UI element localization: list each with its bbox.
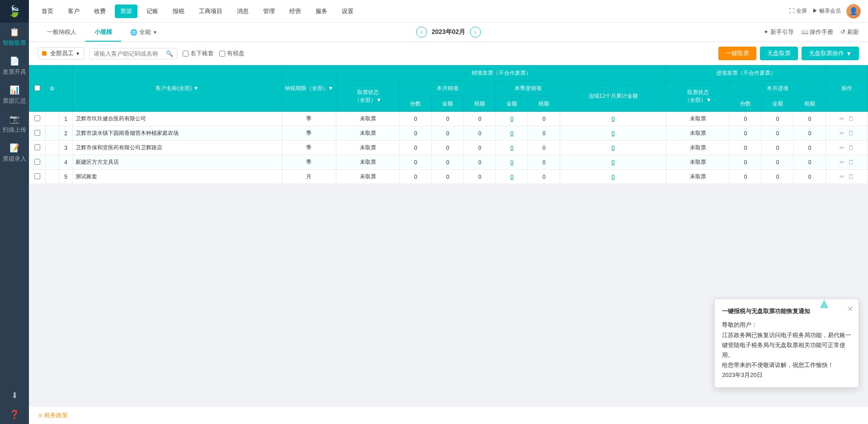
refresh-link[interactable]: ↺ 刷新 — [840, 28, 859, 36]
row-purchase-status: 未取票 — [666, 141, 730, 155]
edit-icon[interactable]: ✏ — [840, 130, 844, 137]
row-name: 卫辉市保和堂医药有限公司卫辉路店 — [73, 141, 282, 155]
sidebar-item-label: 扫描上传 — [3, 126, 26, 134]
row-purchase-month-count: 0 — [730, 170, 762, 184]
col-name-header[interactable]: 客户名称(全部) ▼ — [73, 66, 282, 112]
edit-icon[interactable]: ✏ — [840, 159, 844, 166]
nav-operations[interactable]: 经营 — [284, 5, 307, 18]
row-cumulative[interactable]: 0 — [560, 170, 666, 184]
tax-policy-bar[interactable]: ⊙ 税务政策 — [29, 406, 868, 424]
row-edit-actions: ✏ 🗒 — [826, 141, 868, 155]
member-btn[interactable]: ▶ 畅享会员 — [812, 7, 841, 15]
row-checkbox[interactable] — [29, 126, 46, 141]
nav-items: 首页 客户 收费 票据 记账 报税 工商项目 消息 管理 经营 服务 设置 — [36, 5, 789, 18]
nav-management[interactable]: 管理 — [258, 5, 280, 18]
sidebar-item-issue-invoice[interactable]: 📄 发票开具 — [0, 52, 29, 81]
nav-settings[interactable]: 设置 — [336, 5, 359, 18]
sidebar-item-download[interactable]: ⬇ — [0, 386, 29, 405]
row-cumulative[interactable]: 0 — [560, 126, 666, 141]
edit-icon[interactable]: ✏ — [840, 173, 844, 180]
search-icon[interactable]: 🔍 — [166, 50, 173, 57]
row-cumulative[interactable]: 0 — [560, 141, 666, 155]
sidebar-item-smart-fetch[interactable]: 📋 智能取票 — [0, 23, 29, 52]
row-sales-quarter-amount[interactable]: 0 — [496, 170, 528, 184]
row-sales-month-tax: 0 — [464, 155, 496, 170]
user-avatar[interactable]: 👤 — [846, 4, 861, 19]
manual-link[interactable]: 📖 操作手册 — [801, 28, 834, 36]
row-checkbox[interactable] — [29, 112, 46, 126]
sidebar-item-scan-upload[interactable]: 📷 扫描上传 — [0, 110, 29, 138]
row-sales-status: 未取票 — [336, 126, 400, 141]
row-cumulative[interactable]: 0 — [560, 112, 666, 126]
next-month-btn[interactable]: › — [470, 27, 481, 38]
notification-close-btn[interactable]: ✕ — [847, 303, 853, 315]
col-period-header[interactable]: 纳税期限（全部）▼ — [282, 66, 336, 112]
toolbar-right: 一键取票 无盘取票 无盘取票操作 ▼ — [718, 47, 859, 60]
one-click-fetch-btn[interactable]: 一键取票 — [718, 47, 756, 60]
row-checkbox[interactable] — [29, 170, 46, 184]
edit-icon[interactable]: ✏ — [840, 144, 844, 151]
row-checkbox[interactable] — [29, 155, 46, 170]
col-purchase-status[interactable]: 取票状态（全部）▼ — [666, 81, 730, 112]
account-checkbox[interactable] — [183, 51, 189, 57]
prev-month-btn[interactable]: ‹ — [416, 27, 427, 38]
nav-accounting[interactable]: 记账 — [141, 5, 164, 18]
tax-policy-label[interactable]: 税务政策 — [44, 412, 68, 419]
nav-invoice[interactable]: 票据 — [115, 5, 137, 18]
row-sales-quarter-amount[interactable]: 0 — [496, 112, 528, 126]
col-settings-header[interactable]: ⚙ — [46, 66, 59, 112]
issue-invoice-icon: 📄 — [9, 56, 19, 66]
account-checkbox-label[interactable]: 名下账套 — [183, 49, 214, 57]
client-search-input[interactable] — [94, 50, 166, 57]
detail-icon[interactable]: 🗒 — [848, 159, 854, 166]
nav-client[interactable]: 客户 — [62, 5, 85, 18]
nav-service[interactable]: 服务 — [310, 5, 333, 18]
sidebar-item-invoice-summary[interactable]: 📊 票据汇总 — [0, 81, 29, 110]
row-sales-quarter-amount[interactable]: 0 — [496, 126, 528, 141]
col-purchase-month-count: 份数 — [730, 96, 762, 112]
tax-disk-checkbox-label[interactable]: 有税盘 — [219, 49, 245, 57]
employee-select[interactable]: 全部员工 ▼ — [38, 47, 84, 60]
detail-icon[interactable]: 🗒 — [848, 130, 854, 137]
tab-small[interactable]: 小规模 — [85, 23, 121, 42]
row-checkbox[interactable] — [29, 141, 46, 155]
newbie-guide-link[interactable]: ✦ 新手引导 — [764, 28, 794, 36]
row-cumulative[interactable]: 0 — [560, 155, 666, 170]
row-sales-month-tax: 0 — [464, 141, 496, 155]
tab-all[interactable]: 🌐 全能 ▼ — [121, 23, 166, 42]
edit-icon[interactable]: ✏ — [840, 115, 844, 122]
detail-icon[interactable]: 🗒 — [848, 173, 854, 180]
no-disk-ops-btn[interactable]: 无盘取票操作 ▼ — [802, 47, 859, 60]
toolbar: 全部员工 ▼ 🔍 名下账套 有税盘 一键取票 无盘取票 无盘取票操作 ▼ — [29, 42, 868, 65]
row-sales-quarter-amount[interactable]: 0 — [496, 155, 528, 170]
nav-tax[interactable]: 报税 — [167, 5, 190, 18]
col-sales-status[interactable]: 取票状态（全部）▼ — [336, 81, 400, 112]
table-row: 4 新建区方方文具店 季 未取票 0 0 0 0 0 0 未取票 0 0 0 ✏… — [29, 155, 868, 170]
fullscreen-btn[interactable]: ⛶ 全屏 — [789, 7, 807, 15]
row-purchase-month-tax: 0 — [794, 170, 826, 184]
nav-home[interactable]: 首页 — [36, 5, 59, 18]
detail-icon[interactable]: 🗒 — [848, 144, 854, 151]
table-row: 5 测试账套 月 未取票 0 0 0 0 0 0 未取票 0 0 0 ✏ 🗒 — [29, 170, 868, 184]
detail-icon[interactable]: 🗒 — [848, 115, 854, 122]
scan-upload-icon: 📷 — [9, 114, 19, 124]
tax-policy-icon: ⊙ — [38, 412, 42, 419]
row-seq: 2 — [59, 126, 73, 141]
nav-message[interactable]: 消息 — [231, 5, 254, 18]
col-purchase-header: 进项发票（不合作废票） — [666, 66, 826, 81]
sidebar-item-help[interactable]: ❓ — [0, 405, 29, 424]
select-all-checkbox[interactable] — [34, 85, 40, 91]
row-actions-left — [46, 126, 59, 141]
row-sales-quarter-amount[interactable]: 0 — [496, 141, 528, 155]
tax-disk-checkbox[interactable] — [219, 51, 225, 57]
tab-general[interactable]: 一般纳税人 — [38, 23, 85, 42]
sidebar-item-invoice-entry[interactable]: 📝 票据录入 — [0, 138, 29, 167]
row-purchase-month-amount: 0 — [762, 126, 794, 141]
nav-business[interactable]: 工商项目 — [193, 5, 228, 18]
no-disk-fetch-btn[interactable]: 无盘取票 — [760, 47, 798, 60]
month-navigation: ‹ 2023年02月 › — [416, 27, 481, 38]
row-sales-month-count: 0 — [400, 141, 432, 155]
row-period: 季 — [282, 112, 336, 126]
nav-billing[interactable]: 收费 — [89, 5, 111, 18]
sidebar-logo[interactable]: 🍃 — [0, 0, 29, 23]
